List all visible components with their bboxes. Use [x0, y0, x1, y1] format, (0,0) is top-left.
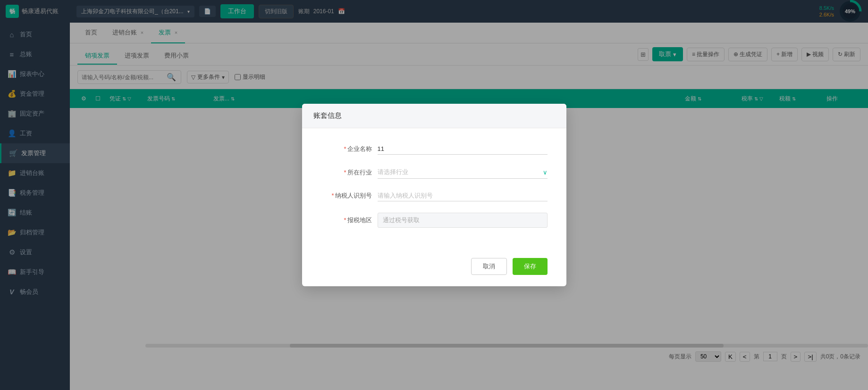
- industry-select-text: 请选择行业: [378, 168, 543, 176]
- dialog-overlay[interactable]: 账套信息 *企业名称 *所在行业 请选择行业 ∨: [0, 0, 868, 390]
- required-star-tax-id: *: [331, 192, 334, 199]
- dialog-title: 账套信息: [302, 104, 566, 128]
- form-row-tax-id: *纳税人识别号: [321, 190, 548, 201]
- industry-label-text: 所在行业: [347, 169, 372, 176]
- industry-dropdown-icon: ∨: [543, 169, 548, 176]
- tax-region-display: 通过税号获取: [378, 213, 548, 228]
- cancel-button[interactable]: 取消: [471, 258, 507, 275]
- tax-id-input[interactable]: [378, 190, 548, 201]
- required-star-tax-region: *: [344, 216, 346, 224]
- dialog-body: *企业名称 *所在行业 请选择行业 ∨ *纳税人识别号: [302, 128, 566, 250]
- tax-id-label: *纳税人识别号: [321, 191, 378, 200]
- tax-region-label: *报税地区: [321, 216, 378, 224]
- account-info-dialog: 账套信息 *企业名称 *所在行业 请选择行业 ∨: [302, 104, 566, 286]
- dialog-footer: 取消 保存: [302, 250, 566, 286]
- company-name-label: *企业名称: [321, 145, 378, 153]
- tax-id-label-text: 纳税人识别号: [335, 192, 372, 199]
- required-star-company: *: [344, 145, 346, 152]
- save-button[interactable]: 保存: [513, 258, 548, 275]
- required-star-industry: *: [344, 169, 346, 176]
- industry-select-wrap[interactable]: 请选择行业 ∨: [378, 166, 548, 179]
- form-row-tax-region: *报税地区 通过税号获取: [321, 213, 548, 228]
- company-name-label-text: 企业名称: [347, 145, 372, 152]
- tax-region-label-text: 报税地区: [347, 216, 372, 224]
- company-name-input[interactable]: [378, 143, 548, 155]
- industry-label: *所在行业: [321, 168, 378, 177]
- form-row-industry: *所在行业 请选择行业 ∨: [321, 166, 548, 179]
- form-row-company: *企业名称: [321, 143, 548, 155]
